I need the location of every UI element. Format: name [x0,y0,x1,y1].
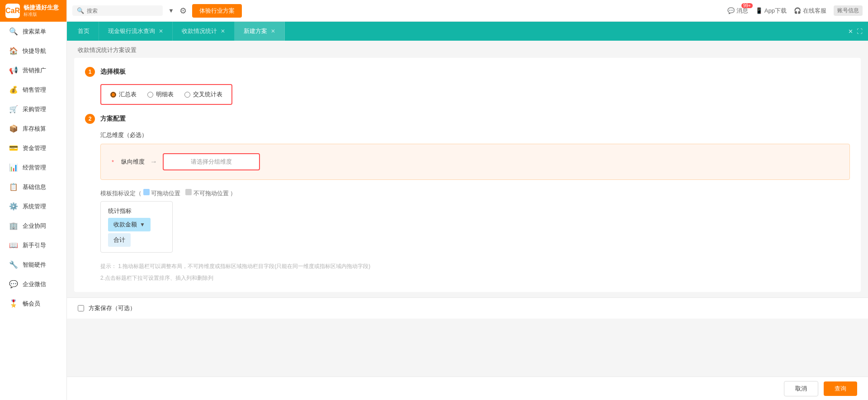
service-label: 在线客服 [803,7,826,15]
radio-summary-label: 汇总表 [119,90,137,99]
sidebar-item-inventory[interactable]: 📦 库存核算 [0,119,66,138]
tip-2: 2.点击标题栏下拉可设置排序、插入列和删除列 [100,273,850,283]
tab-home[interactable]: 首页 [67,22,99,41]
chip-dropdown-icon[interactable]: ▼ [140,221,145,228]
industry-btn[interactable]: 体验行业方案 [192,4,242,18]
sidebar-item-basic[interactable]: 📋 基础信息 [0,177,66,197]
tab-actions: ✕ ⛶ [843,22,868,41]
sidebar-item-label: 智能硬件 [23,261,46,269]
sidebar-item-purchase[interactable]: 🛒 采购管理 [0,99,66,119]
service-area[interactable]: 🎧 在线客服 [794,7,826,15]
tab-new-plan-close[interactable]: ✕ [271,28,275,34]
app-name: 畅捷通好生意 [24,4,59,11]
search-input[interactable] [87,8,150,14]
finance-icon: 💳 [9,144,18,152]
marketing-icon: 📢 [9,66,18,75]
tab-cashflow-close[interactable]: ✕ [159,28,163,34]
sidebar-item-label: 快捷导航 [23,47,46,55]
metrics-title-row: 模板指标设定（ 可拖动位置 不可拖动位置 ） [100,189,850,198]
metrics-section: 模板指标设定（ 可拖动位置 不可拖动位置 ） 统计指标 [100,189,850,253]
tab-receipt-stats-close[interactable]: ✕ [221,28,225,34]
step1-header: 1 选择模板 [85,67,850,77]
template-options: 汇总表 明细表 交叉统计表 [100,84,232,105]
dimension-selector[interactable]: 请选择分组维度 [163,153,260,170]
breadcrumb: 收款情况统计方案设置 [67,41,868,58]
tab-receipt-stats[interactable]: 收款情况统计 ✕ [173,22,235,41]
logo-icon: CaR [5,4,20,18]
tab-expand-icon[interactable]: ⛶ [857,28,863,35]
dimension-area: * 纵向维度 → 请选择分组维度 [100,144,850,180]
radio-cross-input[interactable] [184,92,190,98]
dimension-row: * 纵向维度 → 请选择分组维度 [112,153,839,170]
search-icon: 🔍 [77,7,84,14]
chevron-down-icon[interactable]: ▼ [168,7,174,14]
sidebar-item-system[interactable]: ⚙️ 系统管理 [0,197,66,216]
tab-cashflow[interactable]: 现金银行流水查询 ✕ [99,22,173,41]
message-icon: 💬 [727,7,735,14]
sidebar-item-member[interactable]: 🎖️ 畅会员 [0,294,66,313]
notification-area[interactable]: 💬 消息 99+ [727,7,748,15]
sidebar-item-label: 系统管理 [23,202,46,211]
app-logo: CaR 畅捷通好生意 标准版 [0,0,66,22]
notification-badge: 99+ [741,3,753,8]
metric-chip-label: 收款金额 [113,221,137,229]
sidebar-item-hardware[interactable]: 🔧 智能硬件 [0,255,66,274]
purchase-icon: 🛒 [9,105,18,113]
sidebar-item-label: 企业微信 [23,280,46,288]
download-label: App下载 [764,7,787,15]
main-card: 1 选择模板 汇总表 明细表 交叉统计表 [74,58,861,292]
metric-chip-row: 收款金额 ▼ [108,218,165,231]
hardware-icon: 🔧 [9,260,18,269]
dimension-row-label: 纵向维度 [121,158,145,166]
tab-new-plan[interactable]: 新建方案 ✕ [235,22,285,41]
cancel-button[interactable]: 取消 [784,381,818,396]
sidebar-item-label: 新手引导 [23,241,46,249]
sidebar-item-label: 企业协同 [23,222,46,230]
stat-title: 统计指标 [108,207,165,215]
sidebar-item-quicknav[interactable]: 🏠 快捷导航 [0,41,66,61]
app-badge: 标准版 [24,11,59,18]
sidebar-item-sales[interactable]: 💰 销售管理 [0,80,66,99]
radio-detail-label: 明细表 [156,90,174,99]
sidebar-item-marketing[interactable]: 📢 营销推广 [0,61,66,80]
tab-close-all-icon[interactable]: ✕ [848,28,853,35]
query-button[interactable]: 查询 [824,381,857,396]
basic-icon: 📋 [9,183,18,191]
topbar-right: 💬 消息 99+ 📱 App下载 🎧 在线客服 账号信息 [727,5,863,16]
required-star: * [112,159,114,165]
metrics-title-text: 模板指标设定（ 可拖动位置 不可拖动位置 ） [100,189,236,198]
download-icon: 📱 [755,7,763,14]
save-checkbox[interactable] [78,305,84,311]
gear-icon[interactable]: ⚙ [179,6,187,16]
sidebar-item-wechat[interactable]: 💬 企业微信 [0,274,66,294]
sidebar-item-finance[interactable]: 💳 资金管理 [0,138,66,158]
tip-1: 提示： 1.拖动标题栏可以调整布局，不可跨维度或指标区域拖动栏目字段(只能在同一… [100,262,850,272]
sidebar-item-label: 资金管理 [23,144,46,152]
sidebar-item-label: 营销推广 [23,66,46,75]
radio-cross[interactable]: 交叉统计表 [184,90,222,99]
radio-detail-input[interactable] [147,92,153,98]
sidebar-item-management[interactable]: 📊 经营管理 [0,158,66,177]
service-icon: 🎧 [794,7,801,14]
metric-chip[interactable]: 收款金额 ▼ [108,218,151,231]
radio-detail[interactable]: 明细表 [147,90,174,99]
metrics-box: 统计指标 收款金额 ▼ 合计 [100,201,173,253]
sidebar-item-search[interactable]: 🔍 搜索菜单 [0,22,66,41]
sidebar-item-label: 搜索菜单 [23,28,46,36]
sidebar-item-guide[interactable]: 📖 新手引导 [0,235,66,255]
download-area[interactable]: 📱 App下载 [755,7,787,15]
non-draggable-badge [185,189,192,195]
sidebar-item-enterprise[interactable]: 🏢 企业协同 [0,216,66,235]
sidebar-item-label: 经营管理 [23,164,46,172]
sidebar-item-label: 销售管理 [23,86,46,94]
tab-receipt-stats-label: 收款情况统计 [182,27,217,35]
radio-summary[interactable]: 汇总表 [110,90,137,99]
user-area[interactable]: 账号信息 [834,5,863,16]
radio-cross-label: 交叉统计表 [193,90,222,99]
radio-summary-input[interactable] [110,92,116,98]
search-icon: 🔍 [9,27,18,36]
step2-label: 方案配置 [100,115,126,123]
tab-new-plan-label: 新建方案 [244,27,267,35]
search-box[interactable]: 🔍 [72,5,163,16]
management-icon: 📊 [9,163,18,172]
